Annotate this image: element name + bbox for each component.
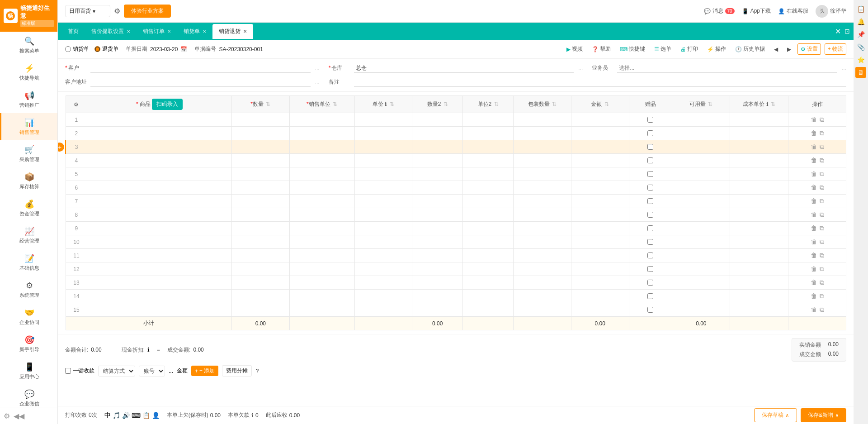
prev-record-btn[interactable]: ◀ [771,45,781,54]
copy-row-icon-14[interactable]: ⧉ [820,292,824,300]
customer-addr-input[interactable] [90,77,311,87]
radio-sales-delivery[interactable]: 销货单 [65,45,89,53]
unit-price-cell-7[interactable] [354,195,412,208]
quantity2-cell-13[interactable] [412,276,463,290]
select-btn[interactable]: ☰ 选单 [651,44,674,54]
right-panel-icon-5[interactable]: ⭐ [855,54,866,65]
tab-sales-order[interactable]: 销售订单 ✕ [137,24,177,39]
pack-qty-cell-5[interactable] [513,167,571,181]
sale-unit-cell-5[interactable] [289,167,354,181]
pack-qty-cell-12[interactable] [513,262,571,276]
calendar-icon[interactable]: 📅 [180,46,187,52]
right-panel-icon-1[interactable]: 📋 [855,4,866,14]
goods-input-3[interactable] [89,144,230,150]
sale-unit-cell-4[interactable] [289,154,354,167]
available-cell-4[interactable] [672,154,730,167]
copy-row-icon-3[interactable]: ⧉ [820,143,824,151]
goods-cell-5[interactable] [87,167,232,181]
message-item[interactable]: 💬 消息 70 [704,7,735,15]
unit-price-cell-12[interactable] [354,262,412,276]
maximize-icon[interactable]: ⊡ [844,28,850,35]
amount-cell-6[interactable] [571,181,629,195]
delete-row-icon-4[interactable]: 🗑 [811,157,817,164]
sidebar-item-basic[interactable]: 📝 基础信息 [0,249,57,276]
tab-sales-return[interactable]: 销货退货 ✕ [212,24,253,39]
pack-qty-cell-1[interactable] [513,113,571,127]
add-row-button[interactable]: + [58,143,64,152]
warehouse-ellipsis[interactable]: ... [578,65,583,71]
online-service-item[interactable]: 👤 在线客服 [778,7,808,15]
price-sort-icon[interactable]: ⇅ [390,101,394,107]
pack-qty-cell-11[interactable] [513,249,571,262]
unit-price-cell-10[interactable] [354,235,412,249]
gift-checkbox-12[interactable] [647,266,653,272]
unit2-cell-11[interactable] [463,249,514,262]
pack-qty-cell-2[interactable] [513,127,571,140]
gift-cell-8[interactable] [629,208,672,222]
sidebar-item-apps[interactable]: 📱 应用中心 [0,357,57,385]
copy-row-icon-10[interactable]: ⧉ [820,238,824,246]
delete-row-icon-7[interactable]: 🗑 [811,197,817,205]
sale-unit-cell-8[interactable] [289,208,354,222]
gift-checkbox-8[interactable] [647,212,653,218]
gift-checkbox-4[interactable] [647,157,653,163]
gift-cell-14[interactable] [629,290,672,303]
unit2-cell-4[interactable] [463,154,514,167]
pack-qty-cell-10[interactable] [513,235,571,249]
goods-cell-14[interactable] [87,290,232,303]
sidebar-item-purchase[interactable]: 🛒 采购管理 [0,140,57,167]
amount-cell-7[interactable] [571,195,629,208]
delete-row-icon-14[interactable]: 🗑 [811,292,817,300]
col-settings[interactable]: ⚙ [66,96,87,113]
collapse-sidebar-icon[interactable]: ◀◀ [14,412,24,420]
amount-cell-10[interactable] [571,235,629,249]
staff-input[interactable] [617,63,837,73]
gift-cell-6[interactable] [629,181,672,195]
quantity2-cell-7[interactable] [412,195,463,208]
available-cell-6[interactable] [672,181,730,195]
available-sort-icon[interactable]: ⇅ [708,101,712,107]
delete-row-icon-12[interactable]: 🗑 [811,265,817,273]
amount-cell-4[interactable] [571,154,629,167]
copy-row-icon-1[interactable]: ⧉ [820,116,824,124]
unit-price-cell-4[interactable] [354,154,412,167]
gift-checkbox-10[interactable] [647,239,653,245]
available-cell-12[interactable] [672,262,730,276]
sidebar-item-inventory[interactable]: 📦 库存核算 [0,167,57,195]
unit-price-cell-9[interactable] [354,222,412,235]
gift-cell-5[interactable] [629,167,672,181]
right-panel-icon-6[interactable]: 🖥 [855,67,866,78]
available-cell-3[interactable] [672,140,730,154]
unit-price-cell-2[interactable] [354,127,412,140]
available-cell-8[interactable] [672,208,730,222]
goods-cell-10[interactable] [87,235,232,249]
quantity2-cell-8[interactable] [412,208,463,222]
tab-close-icon[interactable]: ✕ [167,29,171,34]
gift-checkbox-13[interactable] [647,280,653,286]
delete-row-icon-9[interactable]: 🗑 [811,224,817,232]
available-cell-9[interactable] [672,222,730,235]
sidebar-item-wechat[interactable]: 💬 企业微信 [0,385,57,408]
goods-cell-1[interactable] [87,113,232,127]
delete-row-icon-6[interactable]: 🗑 [811,184,817,191]
available-cell-7[interactable] [672,195,730,208]
calc-method-select[interactable]: 结算方式 [98,366,135,376]
unit-price-cell-13[interactable] [354,276,412,290]
tab-close-icon[interactable]: ✕ [203,29,206,34]
goods-cell-15[interactable] [87,303,232,317]
delete-row-icon-3[interactable]: 🗑 [811,143,817,151]
right-panel-icon-2[interactable]: 🔔 [855,16,866,27]
print-btn[interactable]: 🖨 打印 [678,44,701,54]
quantity-cell-2[interactable] [231,127,289,140]
history-btn[interactable]: 🕐 历史单据 [732,44,768,54]
pack-qty-cell-4[interactable] [513,154,571,167]
unit2-cell-13[interactable] [463,276,514,290]
available-cell-13[interactable] [672,276,730,290]
gift-checkbox-14[interactable] [647,293,653,299]
delete-row-icon-2[interactable]: 🗑 [811,129,817,137]
delete-row-icon-15[interactable]: 🗑 [811,306,817,314]
taskbar-icon-5[interactable]: 📋 [142,412,150,419]
copy-row-icon-4[interactable]: ⧉ [820,157,824,164]
topbar-settings-icon[interactable]: ⚙ [114,7,120,15]
quantity-cell-13[interactable] [231,276,289,290]
